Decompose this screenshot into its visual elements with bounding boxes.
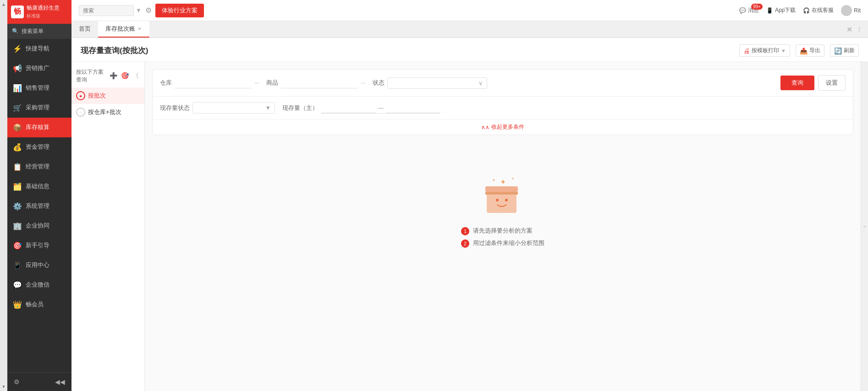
plan-item-batch[interactable]: ● 按批次	[71, 87, 144, 104]
svg-point-7	[505, 199, 508, 201]
user-avatar	[841, 5, 852, 16]
sidebar-item-purchase[interactable]: 🛒 采购管理	[7, 98, 71, 118]
online-service-btn[interactable]: 🎧 在线客服	[803, 6, 834, 14]
sidebar-nav: ⚡ 快捷导航 📢 营销推广 📊 销售管理 🛒 采购管理 📦 库存核算 💰 资金管…	[7, 39, 71, 372]
sidebar-search[interactable]: 🔍 搜索菜单	[7, 24, 71, 39]
collapse-footer-btn[interactable]: ◀◀	[53, 376, 67, 387]
stock-qty-min[interactable]	[321, 102, 376, 113]
stock-qty-range: —	[321, 102, 440, 114]
sidebar-item-label: 企业协同	[26, 222, 49, 230]
stock-qty-max[interactable]	[385, 102, 440, 113]
filter-stock-status: 现存量状态 ▼	[160, 102, 275, 114]
sidebar-item-operations[interactable]: 📋 经营管理	[7, 157, 71, 177]
scroll-down-arrow[interactable]: ▼	[0, 382, 7, 391]
sidebar-item-apps[interactable]: 📱 应用中心	[7, 255, 71, 275]
sidebar-item-guide[interactable]: 🎯 新手引导	[7, 236, 71, 255]
message-btn[interactable]: 💬 消息 99+	[739, 6, 759, 14]
scroll-up-arrow[interactable]: ▲	[0, 0, 7, 9]
search-icon: 🔍	[12, 28, 19, 34]
refresh-label: 刷新	[844, 47, 855, 54]
left-panel-actions: ➕ 🎯 《	[109, 71, 140, 81]
app-download-btn[interactable]: 📱 App下载	[766, 6, 796, 14]
page-header: 现存量查询(按批次) 🖨 按模板打印 ▼ 📤 导出 🔄 刷新	[71, 38, 868, 62]
topbar-search-input[interactable]	[79, 5, 134, 16]
sidebar-scroll: ▲ ▼	[0, 0, 7, 391]
app-download-label: App下载	[775, 6, 796, 14]
filter-stock-qty: 现存量（主） —	[282, 102, 440, 114]
print-dropdown-icon[interactable]: ▼	[781, 48, 786, 54]
status-dropdown-icon: ∨	[478, 80, 483, 87]
sales-icon: 📊	[13, 84, 22, 92]
operations-icon: 📋	[13, 163, 22, 171]
sidebar-item-marketing[interactable]: 📢 营销推广	[7, 59, 71, 78]
left-panel-title: 按以下方案查询	[76, 68, 109, 84]
product-more-icon[interactable]: ···	[361, 80, 365, 86]
warehouse-more-icon[interactable]: ···	[254, 80, 259, 86]
finance-icon: 💰	[13, 143, 22, 152]
stock-status-select[interactable]: ▼	[192, 102, 275, 114]
topbar: ▼ ⚙ 体验行业方案 💬 消息 99+ 📱 App下载 🎧 在线客服 Rit	[71, 0, 868, 21]
settings-button[interactable]: 设置	[818, 75, 846, 91]
hint-num-2: 2	[461, 239, 469, 248]
sidebar-header: 畅 畅康通好生意 标准版	[7, 0, 71, 24]
expand-icon[interactable]: ⋮	[856, 26, 863, 33]
hint-item-2: 2 用过滤条件来缩小分析范围	[461, 239, 544, 248]
sidebar-item-shortcut[interactable]: ⚡ 快捷导航	[7, 39, 71, 59]
user-menu[interactable]: Rit	[841, 5, 861, 16]
warehouse-input[interactable]	[175, 77, 252, 88]
trial-button[interactable]: 体验行业方案	[155, 4, 204, 17]
topbar-right: 💬 消息 99+ 📱 App下载 🎧 在线客服 Rit	[739, 5, 861, 16]
sidebar-item-member[interactable]: 👑 畅会员	[7, 295, 71, 315]
status-select[interactable]: ∨	[387, 77, 487, 89]
svg-rect-1	[485, 186, 518, 192]
topbar-search-area: ▼	[79, 5, 142, 16]
sidebar-item-label: 资金管理	[26, 143, 49, 151]
search-dropdown-icon[interactable]: ▼	[136, 7, 142, 14]
sidebar-item-label: 销售管理	[26, 84, 49, 92]
settings-topbar-icon[interactable]: ⚙	[145, 6, 152, 15]
empty-svg: ✦ ✦ ✦	[480, 172, 526, 217]
sidebar-item-system[interactable]: ⚙️ 系统管理	[7, 196, 71, 216]
svg-text:✦: ✦	[500, 178, 506, 186]
app-title: 畅康通好生意	[27, 5, 60, 12]
sidebar-item-sales[interactable]: 📊 销售管理	[7, 78, 71, 98]
refresh-btn[interactable]: 🔄 刷新	[830, 44, 859, 57]
product-label: 商品	[266, 79, 278, 87]
page-actions: 🖨 按模板打印 ▼ 📤 导出 🔄 刷新	[739, 44, 859, 57]
shortcut-icon: ⚡	[13, 44, 22, 53]
svg-point-6	[496, 199, 499, 201]
plan-item-warehouse-batch[interactable]: ○ 按仓库+批次	[71, 104, 144, 120]
plan-settings-btn[interactable]: 🎯	[120, 71, 130, 81]
svg-text:✦: ✦	[492, 178, 495, 183]
sidebar-item-wechat[interactable]: 💬 企业微信	[7, 275, 71, 295]
sidebar-item-finance[interactable]: 💰 资金管理	[7, 137, 71, 157]
tab-batch-close[interactable]: ×	[137, 26, 142, 32]
main-area: ▼ ⚙ 体验行业方案 💬 消息 99+ 📱 App下载 🎧 在线客服 Rit	[71, 0, 868, 391]
product-input[interactable]	[281, 77, 358, 88]
filter-collapse-btn[interactable]: ∧∧ 收起更多条件	[153, 119, 853, 135]
tab-home[interactable]: 首页	[71, 21, 98, 38]
export-label: 导出	[809, 47, 820, 54]
stock-qty-separator: —	[378, 104, 384, 111]
sidebar-item-label: 基础信息	[26, 182, 49, 190]
filter-product: 商品 ···	[266, 77, 365, 88]
sidebar-item-basic[interactable]: 🗂️ 基础信息	[7, 177, 71, 196]
query-button[interactable]: 查询	[780, 76, 814, 90]
plan-label-warehouse-batch: 按仓库+批次	[88, 108, 121, 116]
export-btn[interactable]: 📤 导出	[796, 44, 824, 57]
close-panel-icon[interactable]: ✕	[846, 25, 852, 34]
right-edge-collapse-btn[interactable]: ›	[861, 62, 868, 391]
print-btn[interactable]: 🖨 按模板打印 ▼	[739, 44, 790, 57]
sidebar-item-enterprise[interactable]: 🏢 企业协同	[7, 216, 71, 236]
print-label: 按模板打印	[752, 47, 779, 54]
sidebar-item-inventory[interactable]: 📦 库存核算	[7, 118, 71, 137]
add-plan-btn[interactable]: ➕	[109, 71, 118, 81]
body-layout: 按以下方案查询 ➕ 🎯 《 ● 按批次 ○ 按仓库+批次	[71, 62, 868, 391]
collapse-left-panel-btn[interactable]: 《	[132, 71, 140, 81]
settings-footer-btn[interactable]: ⚙	[12, 376, 22, 387]
tab-batch[interactable]: 库存批次账 ×	[98, 21, 149, 38]
right-panel: 仓库 ··· 商品 ··· 状态	[145, 62, 861, 391]
search-label: 搜索菜单	[22, 27, 44, 35]
headset-icon: 🎧	[803, 7, 810, 14]
hint-text-2: 用过滤条件来缩小分析范围	[473, 239, 544, 247]
